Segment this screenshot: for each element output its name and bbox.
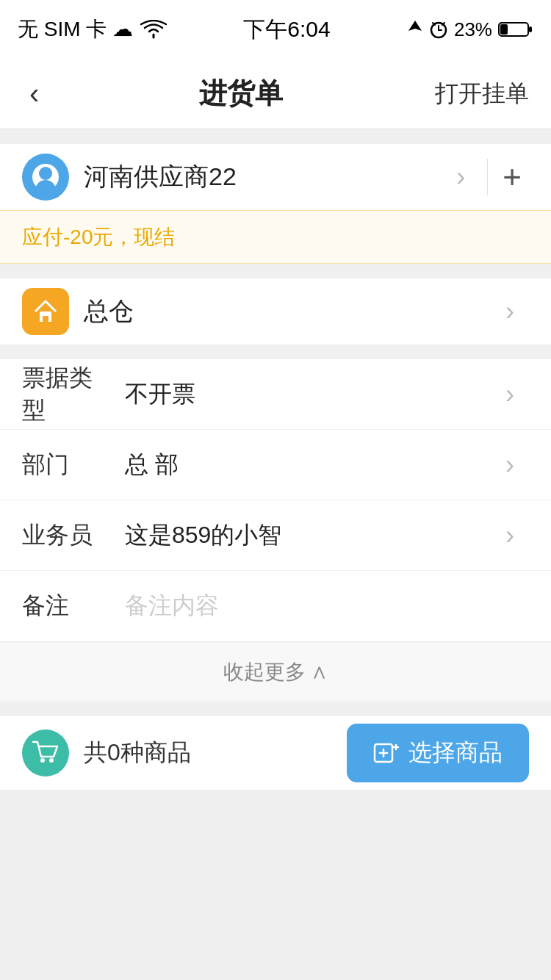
warehouse-label: 总仓	[84, 295, 505, 328]
department-label: 部门	[22, 449, 110, 481]
warning-text: 应付-20元，现结	[22, 226, 175, 248]
battery-percent: 23%	[454, 18, 492, 41]
collapse-row[interactable]: 收起更多 ∧	[0, 643, 551, 702]
invoice-type-row[interactable]: 票据类型 不开票 ›	[0, 359, 551, 430]
remark-input[interactable]: 备注内容	[110, 590, 529, 622]
status-left: 无 SIM 卡 ☁	[18, 15, 167, 43]
svg-rect-8	[529, 26, 532, 32]
status-bar: 无 SIM 卡 ☁ 下午6:04 23%	[0, 0, 551, 59]
form-section: 票据类型 不开票 › 部门 总 部 › 业务员 这是859的小智 › 备注 备注…	[0, 359, 551, 641]
warehouse-chevron-icon: ›	[505, 296, 514, 327]
invoice-type-label: 票据类型	[22, 362, 110, 427]
page-title: 进货单	[199, 75, 283, 112]
add-supplier-button[interactable]: +	[495, 159, 529, 195]
department-value: 总 部	[110, 449, 505, 481]
svg-point-11	[40, 758, 45, 763]
select-btn-label: 选择商品	[408, 737, 503, 769]
supplier-avatar	[22, 154, 69, 201]
svg-marker-0	[408, 21, 422, 31]
nav-bar: ‹ 进货单 打开挂单	[0, 59, 551, 129]
supplier-name: 河南供应商22	[84, 160, 237, 194]
supplier-chevron-icon: ›	[456, 162, 465, 192]
svg-rect-7	[500, 24, 508, 35]
warehouse-icon	[22, 288, 69, 335]
product-left: 共0种商品	[22, 729, 191, 777]
home-icon	[32, 298, 59, 325]
back-button[interactable]: ‹	[22, 70, 46, 118]
product-icon	[22, 729, 69, 777]
department-chevron-icon: ›	[505, 450, 514, 480]
cart-icon	[32, 741, 60, 765]
collapse-label: 收起更多 ∧	[223, 658, 328, 686]
select-product-icon	[373, 741, 400, 765]
sim-label: 无 SIM 卡 ☁	[18, 15, 133, 43]
svg-point-12	[49, 758, 54, 763]
warning-banner: 应付-20元，现结	[0, 210, 551, 264]
location-icon	[407, 19, 423, 40]
status-right: 23%	[407, 18, 533, 41]
alarm-icon	[429, 20, 448, 39]
wifi-icon	[140, 20, 167, 39]
top-divider	[0, 129, 551, 144]
supplier-info: 河南供应商22	[22, 154, 456, 201]
warehouse-row[interactable]: 总仓 ›	[0, 278, 551, 345]
salesperson-row[interactable]: 业务员 这是859的小智 ›	[0, 500, 551, 571]
remark-row[interactable]: 备注 备注内容	[0, 571, 551, 641]
page-background	[0, 790, 551, 980]
supplier-row[interactable]: 河南供应商22 › +	[0, 144, 551, 210]
avatar-person-icon	[32, 164, 59, 190]
department-row[interactable]: 部门 总 部 ›	[0, 430, 551, 500]
product-footer: 共0种商品 选择商品	[0, 716, 551, 790]
battery-icon	[498, 20, 533, 39]
svg-rect-10	[43, 316, 48, 322]
salesperson-label: 业务员	[22, 519, 110, 552]
salesperson-chevron-icon: ›	[505, 520, 514, 551]
status-time: 下午6:04	[243, 15, 330, 45]
salesperson-value: 这是859的小智	[110, 519, 505, 552]
invoice-type-chevron-icon: ›	[505, 379, 514, 410]
product-count-text: 共0种商品	[84, 737, 191, 769]
invoice-type-value: 不开票	[110, 378, 505, 411]
select-product-button[interactable]: 选择商品	[347, 724, 529, 782]
open-hang-button[interactable]: 打开挂单	[435, 78, 529, 110]
remark-label: 备注	[22, 590, 110, 622]
vertical-divider	[487, 159, 488, 195]
